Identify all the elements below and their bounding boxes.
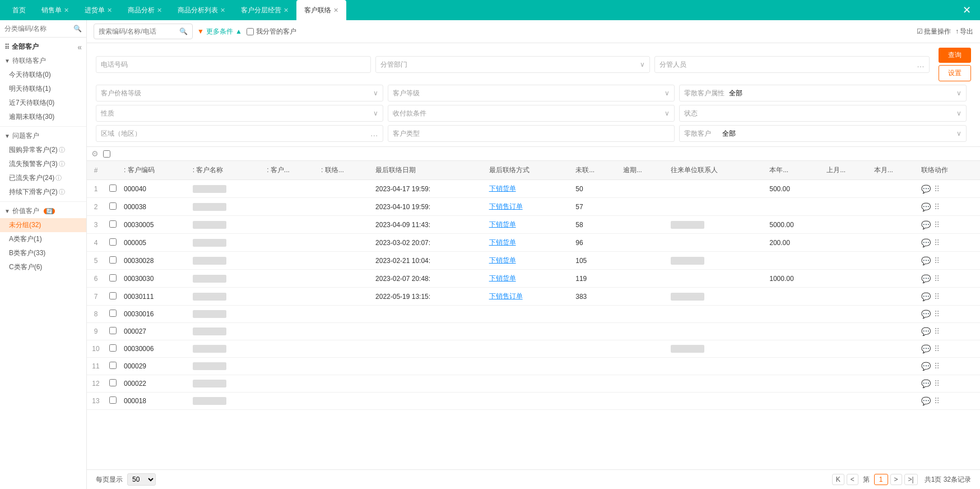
row-checkbox[interactable]: [109, 220, 117, 228]
row-checkbox[interactable]: [109, 292, 117, 299]
page-size-select[interactable]: 50 100 200: [127, 473, 156, 486]
manager-ellipsis-btn[interactable]: …: [917, 60, 925, 69]
select-all-checkbox[interactable]: [103, 150, 110, 158]
chat-icon[interactable]: 💬: [921, 220, 931, 229]
cell-checkbox[interactable]: [105, 393, 120, 410]
menu-icon[interactable]: ⠿: [934, 238, 940, 247]
reset-button[interactable]: 设置: [939, 65, 971, 81]
all-customers-header[interactable]: ⠿ 全部客户 «: [0, 38, 86, 54]
chat-icon[interactable]: 💬: [921, 274, 931, 283]
chat-icon[interactable]: 💬: [921, 327, 931, 336]
row-checkbox[interactable]: [109, 274, 117, 282]
sidebar-item-tomorrow-pending[interactable]: 明天待联络(1): [0, 82, 86, 96]
customer-level-field[interactable]: 客户等级 ∨: [388, 85, 675, 102]
scattered-attr-field[interactable]: 零散客户属性 全部 ∨: [679, 85, 967, 102]
first-page-btn[interactable]: K: [832, 474, 844, 485]
row-checkbox[interactable]: [109, 184, 117, 192]
payment-field[interactable]: 收付款条件 ∨: [388, 105, 675, 122]
chat-icon[interactable]: 💬: [921, 256, 931, 265]
sidebar-item-a-class[interactable]: A类客户(1): [0, 232, 86, 246]
menu-icon[interactable]: ⠿: [934, 310, 940, 319]
last-method-link[interactable]: 下销货单: [489, 184, 516, 192]
sidebar-item-abnormal[interactable]: 囤购异常客户(2) ⓘ: [0, 143, 86, 157]
nav-tab-customer-contact[interactable]: 客户联络 ✕: [296, 0, 346, 20]
menu-icon[interactable]: ⠿: [934, 202, 940, 211]
customer-search-icon[interactable]: 🔍: [179, 27, 188, 35]
nav-tab-customer-tier-close[interactable]: ✕: [284, 7, 289, 14]
cell-checkbox[interactable]: [105, 234, 120, 252]
nav-tab-sales-close[interactable]: ✕: [64, 7, 69, 14]
row-checkbox[interactable]: [109, 202, 117, 210]
nav-tab-purchase[interactable]: 进货单 ✕: [77, 0, 120, 20]
customer-search-input[interactable]: [99, 27, 177, 35]
sidebar-item-overdue-pending[interactable]: 逾期未联络(30): [0, 110, 86, 124]
cell-checkbox[interactable]: [105, 375, 120, 393]
nav-tab-product-analysis[interactable]: 商品分析 ✕: [120, 0, 170, 20]
phone-input[interactable]: [139, 61, 366, 68]
sidebar-item-today-pending[interactable]: 今天待联络(0): [0, 68, 86, 82]
nav-tab-customer-contact-close[interactable]: ✕: [333, 7, 338, 14]
row-checkbox[interactable]: [109, 256, 117, 264]
chat-icon[interactable]: 💬: [921, 202, 931, 211]
last-page-btn[interactable]: >|: [904, 474, 918, 485]
nav-tab-product-list-close[interactable]: ✕: [220, 7, 225, 14]
row-checkbox[interactable]: [109, 362, 117, 369]
sidebar-item-churn-warning[interactable]: 流失预警客户(3) ⓘ: [0, 157, 86, 171]
menu-icon[interactable]: ⠿: [934, 327, 940, 336]
settings-icon[interactable]: ⚙: [91, 149, 99, 158]
chat-icon[interactable]: 💬: [921, 292, 931, 301]
sidebar-item-week-pending[interactable]: 近7天待联络(0): [0, 96, 86, 110]
customer-type-field[interactable]: 客户类型: [388, 125, 675, 142]
chat-icon[interactable]: 💬: [921, 396, 931, 405]
sidebar-item-churned[interactable]: 已流失客户(24) ⓘ: [0, 171, 86, 185]
scattered-customer-field[interactable]: 零散客户 全部 ∨: [679, 125, 967, 142]
cell-checkbox[interactable]: [105, 252, 120, 270]
nav-tab-purchase-close[interactable]: ✕: [107, 7, 112, 14]
sidebar-item-c-class[interactable]: C类客户(6): [0, 260, 86, 274]
query-button[interactable]: 查询: [939, 48, 971, 63]
menu-icon[interactable]: ⠿: [934, 362, 940, 371]
last-method-link[interactable]: 下销售订单: [489, 202, 523, 210]
row-checkbox[interactable]: [109, 379, 117, 386]
cell-checkbox[interactable]: [105, 358, 120, 375]
menu-icon[interactable]: ⠿: [934, 292, 940, 301]
nav-tab-customer-tier[interactable]: 客户分层经营 ✕: [233, 0, 296, 20]
cell-checkbox[interactable]: [105, 198, 120, 216]
close-all-tabs-button[interactable]: ✕: [958, 4, 976, 16]
nav-tab-home[interactable]: 首页: [4, 0, 34, 20]
last-method-link[interactable]: 下销货单: [489, 256, 516, 264]
row-checkbox[interactable]: [109, 344, 117, 352]
my-customers-checkbox[interactable]: [247, 28, 254, 35]
region-field[interactable]: 区域（地区） …: [96, 125, 383, 142]
row-checkbox[interactable]: [109, 396, 117, 404]
row-checkbox[interactable]: [109, 238, 117, 246]
next-page-btn[interactable]: >: [890, 474, 902, 485]
last-method-link[interactable]: 下销售订单: [489, 292, 523, 300]
dept-field[interactable]: 分管部门 ∨: [375, 56, 651, 73]
last-method-link[interactable]: 下销货单: [489, 220, 516, 228]
category-search-icon[interactable]: 🔍: [73, 25, 82, 33]
status-field[interactable]: 状态 ∨: [679, 105, 967, 122]
sidebar-item-ungraded[interactable]: 未分组(32): [0, 218, 86, 232]
nav-tab-product-list[interactable]: 商品分析列表 ✕: [170, 0, 233, 20]
more-conditions-btn[interactable]: ▼ 更多条件 ▲: [197, 27, 242, 36]
cell-checkbox[interactable]: [105, 340, 120, 358]
batch-operations-btn[interactable]: ☑ 批量操作: [917, 27, 951, 36]
menu-icon[interactable]: ⠿: [934, 274, 940, 283]
region-ellipsis-btn[interactable]: …: [370, 129, 378, 138]
prev-page-btn[interactable]: <: [847, 474, 858, 485]
cell-checkbox[interactable]: [105, 270, 120, 288]
chat-icon[interactable]: 💬: [921, 238, 931, 247]
row-checkbox[interactable]: [109, 310, 117, 317]
cell-checkbox[interactable]: [105, 216, 120, 234]
sidebar-item-declining[interactable]: 持续下滑客户(2) ⓘ: [0, 185, 86, 199]
last-method-link[interactable]: 下销货单: [489, 238, 516, 246]
menu-icon[interactable]: ⠿: [934, 396, 940, 405]
menu-icon[interactable]: ⠿: [934, 220, 940, 229]
my-customers-checkbox-label[interactable]: 我分管的客户: [247, 27, 296, 36]
cell-checkbox[interactable]: [105, 323, 120, 340]
price-level-field[interactable]: 客户价格等级 ∨: [96, 85, 383, 102]
chat-icon[interactable]: 💬: [921, 344, 931, 353]
row-checkbox[interactable]: [109, 327, 117, 334]
nav-tab-product-analysis-close[interactable]: ✕: [157, 7, 162, 14]
